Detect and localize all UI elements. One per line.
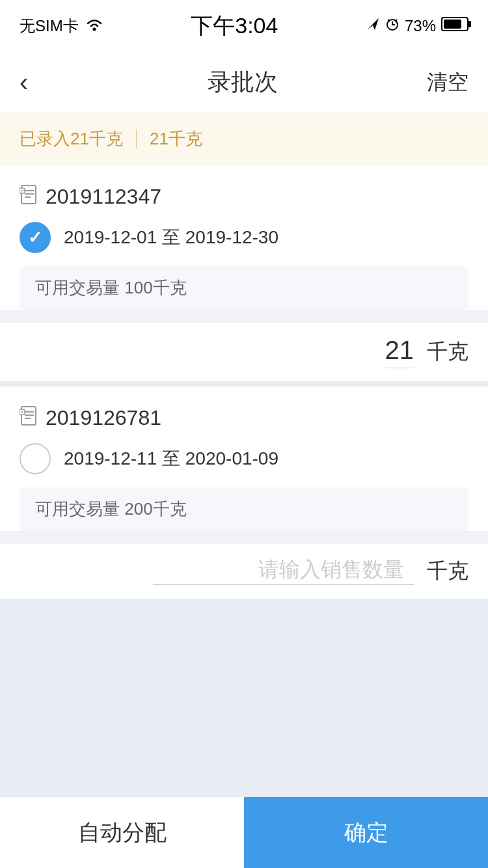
info-value: 21千克: [150, 128, 202, 150]
status-left: 无SIM卡: [20, 16, 103, 36]
bottom-bar: 自动分配 确定: [0, 796, 488, 868]
status-right: 73%: [366, 17, 468, 35]
batch-2-select-row[interactable]: 2019-12-11 至 2020-01-09: [0, 437, 488, 481]
back-button[interactable]: ‹: [20, 68, 59, 97]
wifi-icon: [85, 17, 103, 35]
location-icon: [366, 17, 380, 35]
batch-2-number: 2019126781: [46, 406, 161, 430]
info-label: 已录入21千克: [20, 128, 123, 150]
batch-1-radio[interactable]: [20, 222, 51, 253]
batch-1-header: 2019112347: [0, 165, 488, 215]
batch-2-avail-text: 可用交易量 200千克: [35, 499, 187, 519]
batch-2-doc-icon: [20, 406, 39, 430]
batch-1-doc-icon: [20, 185, 39, 209]
batch-1-avail: 可用交易量 100千克: [20, 266, 468, 310]
alarm-icon: [385, 17, 400, 35]
info-divider: [136, 129, 137, 149]
battery-icon: [441, 17, 468, 35]
page-title: 录批次: [208, 66, 278, 98]
batch-card-1: 2019112347 2019-12-01 至 2019-12-30 可用交易量…: [0, 165, 488, 310]
batch-card-2: 2019126781 2019-12-11 至 2020-01-09 可用交易量…: [0, 387, 488, 531]
batch-2-avail: 可用交易量 200千克: [20, 487, 468, 531]
batch-2-radio[interactable]: [20, 443, 51, 474]
status-bar: 无SIM卡 下午3:04 73%: [0, 0, 488, 52]
batch-1-amount-row: 21 千克: [0, 323, 488, 387]
svg-marker-1: [367, 18, 379, 30]
nav-bar: ‹ 录批次 清空: [0, 52, 488, 113]
no-sim-text: 无SIM卡: [20, 16, 79, 36]
batch-1-select-row[interactable]: 2019-12-01 至 2019-12-30: [0, 215, 488, 260]
batch-1-amount-value: 21: [385, 336, 414, 368]
battery-percent: 73%: [405, 17, 436, 35]
info-banner: 已录入21千克 21千克: [0, 113, 488, 165]
batch-1-number: 2019112347: [46, 185, 161, 209]
status-time: 下午3:04: [191, 11, 278, 41]
auto-distribute-button[interactable]: 自动分配: [0, 797, 244, 868]
clear-button[interactable]: 清空: [427, 68, 468, 97]
batch-2-unit: 千克: [427, 557, 468, 586]
batch-2-input-row: 千克: [0, 544, 488, 604]
batch-2-date: 2019-12-11 至 2020-01-09: [64, 446, 278, 471]
batch-1-date: 2019-12-01 至 2019-12-30: [64, 225, 278, 250]
batch-1-avail-text: 可用交易量 100千克: [35, 278, 187, 297]
confirm-button[interactable]: 确定: [244, 797, 488, 868]
svg-point-0: [92, 28, 96, 31]
batch-2-header: 2019126781: [0, 387, 488, 437]
qty-input[interactable]: [153, 558, 414, 585]
batch-1-amount-unit: 千克: [427, 338, 468, 366]
